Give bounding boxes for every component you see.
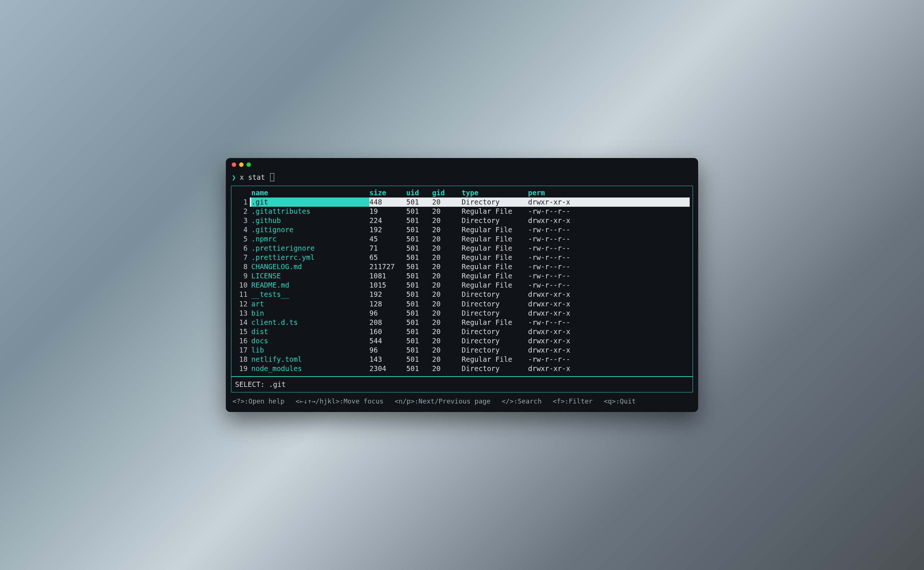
table-row[interactable]: 14client.d.ts20850120Regular File-rw-r--… bbox=[231, 318, 693, 327]
table-row[interactable]: 18netlify.toml14350120Regular File-rw-r-… bbox=[231, 355, 693, 364]
table-row[interactable]: 12art12850120Directorydrwxr-xr-x bbox=[231, 299, 693, 309]
table-row[interactable]: 3.github22450120Directorydrwxr-xr-x bbox=[231, 216, 693, 225]
row-perm: drwxr-xr-x bbox=[528, 216, 602, 225]
table-row[interactable]: 19node_modules230450120Directorydrwxr-xr… bbox=[231, 364, 693, 373]
table-row[interactable]: 8CHANGELOG.md21172750120Regular File-rw-… bbox=[231, 262, 693, 271]
select-label: SELECT: bbox=[235, 380, 265, 388]
row-name: node_modules bbox=[251, 364, 369, 373]
table-row[interactable]: 17lib9650120Directorydrwxr-xr-x bbox=[231, 346, 693, 355]
table-row[interactable]: 13bin9650120Directorydrwxr-xr-x bbox=[231, 309, 693, 318]
row-size: 65 bbox=[369, 253, 406, 262]
close-icon[interactable] bbox=[232, 162, 236, 167]
col-gid: gid bbox=[432, 188, 462, 198]
row-gid: 20 bbox=[432, 309, 462, 318]
row-name: CHANGELOG.md bbox=[251, 262, 369, 271]
row-type: Regular File bbox=[462, 234, 528, 244]
row-name: .gitignore bbox=[251, 225, 369, 234]
terminal-body[interactable]: ❯ x stat name size uid gid type perm 1.g… bbox=[226, 171, 698, 412]
row-gid: 20 bbox=[432, 318, 462, 327]
minimize-icon[interactable] bbox=[239, 162, 243, 167]
row-type: Regular File bbox=[462, 207, 528, 216]
row-uid: 501 bbox=[406, 318, 432, 327]
row-uid: 501 bbox=[406, 216, 432, 225]
row-gid: 20 bbox=[432, 327, 462, 336]
row-name: lib bbox=[251, 346, 369, 355]
row-name: art bbox=[251, 299, 369, 309]
hint-quit: <q>:Quit bbox=[604, 397, 636, 406]
row-index: 11 bbox=[233, 290, 251, 299]
prompt-caret-icon: ❯ bbox=[232, 173, 236, 182]
row-size: 143 bbox=[369, 355, 406, 364]
row-uid: 501 bbox=[406, 253, 432, 262]
table-row[interactable]: 4.gitignore19250120Regular File-rw-r--r-… bbox=[231, 225, 693, 234]
row-gid: 20 bbox=[432, 346, 462, 355]
row-name: netlify.toml bbox=[251, 355, 369, 364]
row-uid: 501 bbox=[406, 346, 432, 355]
col-uid: uid bbox=[406, 188, 432, 198]
row-gid: 20 bbox=[432, 262, 462, 271]
row-uid: 501 bbox=[406, 244, 432, 253]
row-uid: 501 bbox=[406, 336, 432, 346]
terminal-window: ❯ x stat name size uid gid type perm 1.g… bbox=[226, 158, 698, 412]
row-index: 4 bbox=[233, 225, 251, 234]
row-type: Regular File bbox=[462, 318, 528, 327]
row-size: 192 bbox=[369, 225, 406, 234]
row-index: 8 bbox=[233, 262, 251, 271]
row-index: 13 bbox=[233, 309, 251, 318]
row-type: Regular File bbox=[462, 355, 528, 364]
row-uid: 501 bbox=[406, 262, 432, 271]
table-row[interactable]: 7.prettierrc.yml6550120Regular File-rw-r… bbox=[231, 253, 693, 262]
maximize-icon[interactable] bbox=[246, 162, 251, 167]
row-gid: 20 bbox=[432, 271, 462, 280]
row-perm: -rw-r--r-- bbox=[528, 207, 602, 216]
select-line: SELECT: .git bbox=[231, 377, 693, 390]
row-perm: -rw-r--r-- bbox=[528, 280, 602, 290]
row-gid: 20 bbox=[432, 198, 462, 207]
row-type: Directory bbox=[462, 336, 528, 346]
row-name: .gitattributes bbox=[251, 207, 369, 216]
table-row[interactable]: 6.prettierignore7150120Regular File-rw-r… bbox=[231, 244, 693, 253]
row-size: 96 bbox=[369, 309, 406, 318]
table-row[interactable]: 10README.md101550120Regular File-rw-r--r… bbox=[231, 280, 693, 290]
col-size: size bbox=[369, 188, 406, 198]
row-name: .git bbox=[251, 198, 369, 207]
row-size: 160 bbox=[369, 327, 406, 336]
row-uid: 501 bbox=[406, 225, 432, 234]
table-row[interactable]: 1.git44850120Directorydrwxr-xr-x bbox=[231, 198, 693, 207]
row-perm: -rw-r--r-- bbox=[528, 355, 602, 364]
row-perm: drwxr-xr-x bbox=[528, 364, 602, 373]
row-gid: 20 bbox=[432, 225, 462, 234]
prompt-command: x stat bbox=[240, 173, 265, 182]
row-perm: drwxr-xr-x bbox=[528, 309, 602, 318]
row-index: 1 bbox=[233, 198, 251, 207]
row-size: 211727 bbox=[369, 262, 406, 271]
row-size: 544 bbox=[369, 336, 406, 346]
row-name: .prettierrc.yml bbox=[251, 253, 369, 262]
row-index: 10 bbox=[233, 280, 251, 290]
row-size: 208 bbox=[369, 318, 406, 327]
table-row[interactable]: 11__tests__19250120Directorydrwxr-xr-x bbox=[231, 290, 693, 299]
hint-help: <?>:Open help bbox=[233, 397, 285, 406]
row-index: 3 bbox=[233, 216, 251, 225]
row-name: docs bbox=[251, 336, 369, 346]
table-row[interactable]: 9LICENSE108150120Regular File-rw-r--r-- bbox=[231, 271, 693, 280]
row-name: .prettierignore bbox=[251, 244, 369, 253]
row-type: Directory bbox=[462, 198, 528, 207]
table-row[interactable]: 2.gitattributes1950120Regular File-rw-r-… bbox=[231, 207, 693, 216]
row-size: 192 bbox=[369, 290, 406, 299]
row-gid: 20 bbox=[432, 280, 462, 290]
row-uid: 501 bbox=[406, 234, 432, 244]
row-uid: 501 bbox=[406, 355, 432, 364]
row-gid: 20 bbox=[432, 299, 462, 309]
row-perm: -rw-r--r-- bbox=[528, 318, 602, 327]
table-row[interactable]: 5.npmrc4550120Regular File-rw-r--r-- bbox=[231, 234, 693, 244]
row-type: Regular File bbox=[462, 253, 528, 262]
table-row[interactable]: 15dist16050120Directorydrwxr-xr-x bbox=[231, 327, 693, 336]
row-perm: drwxr-xr-x bbox=[528, 299, 602, 309]
row-name: bin bbox=[251, 309, 369, 318]
row-index: 12 bbox=[233, 299, 251, 309]
row-gid: 20 bbox=[432, 234, 462, 244]
row-type: Directory bbox=[462, 290, 528, 299]
row-type: Directory bbox=[462, 299, 528, 309]
table-row[interactable]: 16docs54450120Directorydrwxr-xr-x bbox=[231, 336, 693, 346]
